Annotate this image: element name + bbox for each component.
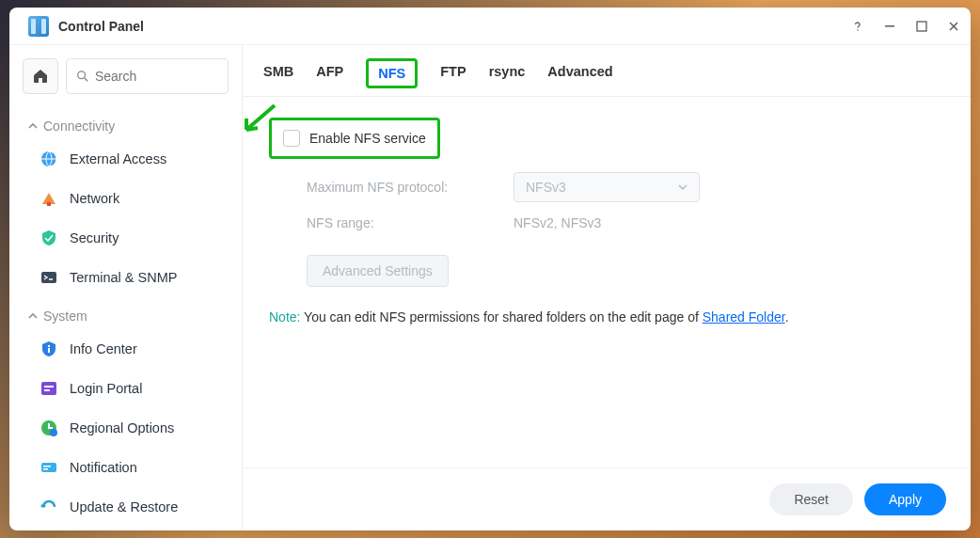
- tab-rsync[interactable]: rsync: [489, 64, 526, 96]
- tab-nfs[interactable]: NFS: [366, 58, 418, 88]
- search-input[interactable]: [95, 69, 218, 84]
- tab-smb[interactable]: SMB: [263, 64, 293, 96]
- nav-label: Login Portal: [70, 381, 142, 396]
- network-icon: [40, 189, 58, 208]
- advanced-settings-button[interactable]: Advanced Settings: [307, 255, 449, 287]
- nav-label: Terminal & SNMP: [70, 270, 177, 285]
- tab-advanced[interactable]: Advanced: [547, 64, 612, 96]
- nav-label: Update & Restore: [70, 499, 178, 514]
- reset-button[interactable]: Reset: [769, 483, 853, 515]
- svg-point-15: [50, 429, 57, 436]
- terminal-icon: [40, 268, 58, 287]
- sidebar-scroll[interactable]: Connectivity External Access Network Sec…: [9, 102, 240, 530]
- apply-button[interactable]: Apply: [864, 483, 946, 515]
- svg-rect-14: [48, 427, 53, 429]
- footer: Reset Apply: [243, 467, 971, 530]
- svg-rect-9: [41, 382, 56, 395]
- update-icon: [40, 498, 58, 516]
- nfs-range-value: NFSv2, NFSv3: [514, 215, 601, 230]
- group-connectivity[interactable]: Connectivity: [9, 107, 240, 139]
- minimize-icon[interactable]: [882, 19, 897, 34]
- svg-rect-5: [47, 202, 51, 206]
- sidebar: Connectivity External Access Network Sec…: [9, 45, 243, 530]
- main: SMB AFP NFS FTP rsync Advanced Enable NF…: [243, 45, 971, 530]
- nav-label: External Access: [70, 151, 166, 166]
- maximize-icon[interactable]: [914, 19, 929, 34]
- tab-ftp[interactable]: FTP: [440, 64, 466, 96]
- group-system[interactable]: System: [9, 297, 240, 329]
- sidebar-item-notification[interactable]: Notification: [9, 448, 240, 487]
- nav-label: Regional Options: [70, 420, 174, 435]
- tab-afp[interactable]: AFP: [316, 64, 343, 96]
- note-label: Note:: [269, 309, 300, 324]
- enable-nfs-row: Enable NFS service: [269, 118, 440, 159]
- window-title: Control Panel: [58, 19, 850, 34]
- sidebar-item-external-access[interactable]: External Access: [9, 139, 240, 179]
- enable-nfs-label: Enable NFS service: [309, 131, 426, 146]
- sidebar-item-security[interactable]: Security: [9, 218, 240, 258]
- notification-icon: [40, 458, 58, 477]
- note-text: You can edit NFS permissions for shared …: [300, 309, 702, 324]
- window: Control Panel: [9, 8, 971, 530]
- annotation-arrow-icon: [243, 102, 280, 143]
- nav-label: Notification: [70, 460, 137, 475]
- note: Note: You can edit NFS permissions for s…: [269, 309, 944, 324]
- titlebar: Control Panel: [9, 8, 971, 45]
- sidebar-item-info-center[interactable]: Info Center: [9, 329, 240, 369]
- svg-rect-16: [41, 463, 56, 472]
- sidebar-item-update-restore[interactable]: Update & Restore: [9, 487, 240, 527]
- chevron-up-icon: [28, 311, 38, 321]
- home-icon: [32, 68, 49, 85]
- app-icon: [28, 16, 49, 37]
- svg-rect-2: [917, 22, 926, 31]
- chevron-down-icon: [678, 182, 688, 192]
- select-value: NFSv3: [526, 180, 566, 195]
- info-icon: [40, 340, 58, 358]
- home-button[interactable]: [23, 58, 58, 94]
- help-icon[interactable]: [850, 19, 865, 34]
- max-protocol-label: Maximum NFS protocol:: [307, 180, 514, 195]
- svg-rect-1: [885, 25, 894, 27]
- group-label: System: [43, 309, 87, 324]
- nfs-range-label: NFS range:: [307, 215, 514, 230]
- tab-content: Enable NFS service Maximum NFS protocol:…: [243, 97, 971, 467]
- svg-rect-6: [41, 272, 56, 283]
- shared-folder-link[interactable]: Shared Folder: [703, 309, 785, 324]
- sidebar-item-login-portal[interactable]: Login Portal: [9, 369, 240, 408]
- svg-rect-8: [48, 348, 50, 353]
- svg-point-0: [857, 29, 859, 31]
- sidebar-item-regional-options[interactable]: Regional Options: [9, 408, 240, 448]
- portal-icon: [40, 379, 58, 398]
- nav-label: Security: [70, 230, 119, 245]
- tabs: SMB AFP NFS FTP rsync Advanced: [243, 45, 971, 97]
- close-icon[interactable]: [946, 19, 961, 34]
- search-icon: [76, 69, 89, 84]
- nav-label: Info Center: [70, 341, 137, 356]
- sidebar-item-terminal-snmp[interactable]: Terminal & SNMP: [9, 258, 240, 297]
- search-field[interactable]: [66, 58, 229, 94]
- nav-label: Network: [70, 191, 119, 206]
- chevron-up-icon: [28, 121, 38, 131]
- svg-rect-11: [44, 389, 50, 391]
- svg-point-3: [78, 71, 86, 79]
- note-suffix: .: [785, 309, 789, 324]
- regional-icon: [40, 419, 58, 437]
- sidebar-item-network[interactable]: Network: [9, 179, 240, 218]
- svg-rect-17: [43, 466, 51, 467]
- svg-rect-10: [44, 386, 54, 388]
- globe-icon: [40, 150, 58, 168]
- svg-point-7: [48, 345, 50, 347]
- svg-rect-18: [43, 468, 48, 470]
- max-protocol-select[interactable]: NFSv3: [514, 172, 700, 202]
- shield-icon: [40, 229, 58, 247]
- enable-nfs-checkbox[interactable]: [283, 130, 300, 147]
- group-label: Connectivity: [43, 119, 115, 134]
